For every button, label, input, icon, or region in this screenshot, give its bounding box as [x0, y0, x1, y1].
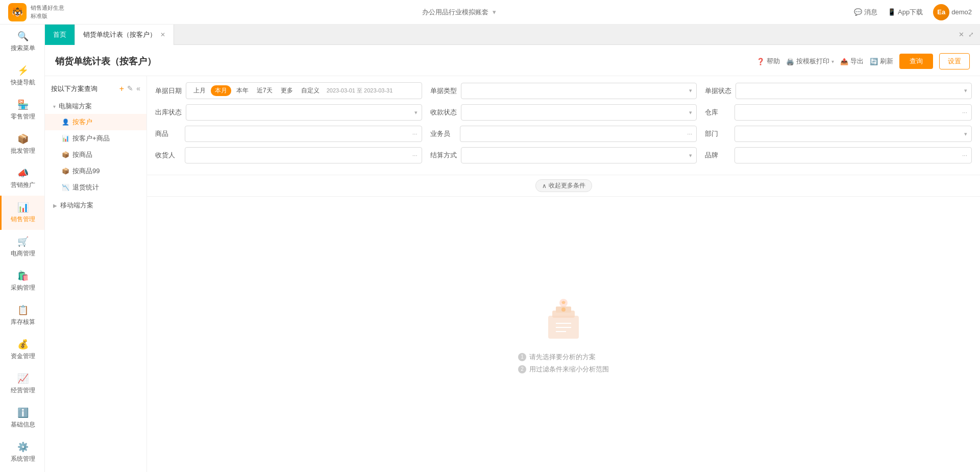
right-panel: 单据日期 上月 本月 本年 近7天 更多 自定义	[147, 76, 980, 472]
scheme-item-by-customer-goods[interactable]: 📊 按客户+商品	[45, 130, 146, 147]
scheme-add-button[interactable]: +	[119, 84, 124, 93]
purchase-icon: 🛍️	[17, 270, 29, 281]
doc-type-label: 单据类型	[430, 86, 457, 96]
export-button[interactable]: 📤 导出	[840, 57, 864, 66]
sidebar-item-inventory[interactable]: 📋 库存核算	[0, 298, 44, 333]
filter-row-3: 商品 ··· 业务员 ···	[155, 126, 972, 142]
print-chevron-icon: ▾	[831, 59, 834, 64]
scheme-item-by-customer[interactable]: 👤 按客户	[45, 114, 146, 130]
scheme-group-mobile-title[interactable]: ▶ 移动端方案	[45, 198, 146, 213]
refresh-icon: 🔄	[870, 58, 878, 65]
tab-close-all-icon[interactable]: ✕	[959, 31, 964, 38]
sidebar-item-enterprise[interactable]: 🤝 企业协同	[0, 469, 44, 472]
logo-icon: 🐯	[8, 3, 27, 21]
date-tab-this-year[interactable]: 本年	[233, 85, 252, 96]
refresh-button[interactable]: 🔄 刷新	[870, 57, 893, 66]
dept-select[interactable]: ▾	[734, 126, 972, 142]
doc-status-select[interactable]: ▾	[736, 83, 972, 99]
sidebar-item-purchase[interactable]: 🛍️ 采购管理	[0, 264, 44, 298]
dept-chevron-icon: ▾	[964, 131, 967, 137]
date-tab-this-month[interactable]: 本月	[211, 85, 231, 96]
settle-method-select[interactable]: ▾	[461, 147, 697, 163]
receiver-input[interactable]: ···	[185, 147, 422, 163]
tab-sales-stat[interactable]: 销货单统计表（按客户） ✕	[75, 25, 174, 45]
sidebar-item-sales[interactable]: 📊 销售管理	[0, 196, 44, 230]
filter-item-salesman: 业务员 ···	[430, 126, 697, 142]
goods-input[interactable]: ···	[185, 126, 422, 142]
scheme-item-return-stats[interactable]: 📉 退货统计	[45, 179, 146, 196]
finance-icon: 💰	[17, 339, 29, 350]
date-tab-more[interactable]: 更多	[278, 85, 296, 96]
header-center[interactable]: 办公用品行业模拟账套 ▾	[422, 8, 496, 17]
collect-status-select[interactable]: ▾	[461, 104, 697, 121]
page-title: 销货单统计表（按客户）	[55, 55, 156, 67]
brand-label: 品牌	[705, 151, 730, 160]
scheme-collapse-button[interactable]: «	[136, 84, 140, 93]
tab-home[interactable]: 首页	[45, 25, 75, 45]
date-tab-7days[interactable]: 近7天	[254, 85, 276, 96]
date-tab-custom[interactable]: 自定义	[298, 85, 323, 96]
sidebar-item-system[interactable]: ⚙️ 系统管理	[0, 435, 44, 469]
sidebar-item-wholesale[interactable]: 📦 批发管理	[0, 127, 44, 161]
page-header-actions: ❓ 帮助 🖨️ 按模板打印 ▾ 📤 导出 🔄 刷新	[756, 53, 970, 69]
salesman-input[interactable]: ···	[460, 126, 697, 142]
date-tab-last-month[interactable]: 上月	[190, 85, 209, 96]
filter-row-1: 单据日期 上月 本月 本年 近7天 更多 自定义	[155, 82, 972, 99]
scheme-item-by-goods[interactable]: 📦 按商品	[45, 147, 146, 163]
sidebar-item-operation[interactable]: 📈 经营管理	[0, 367, 44, 401]
operation-icon: 📈	[17, 373, 29, 384]
date-control[interactable]: 上月 本月 本年 近7天 更多 自定义 2023-03-01 至 2023-03…	[186, 82, 422, 99]
scheme-item-customer-icon: 👤	[61, 118, 69, 126]
sidebar-item-search[interactable]: 🔍 搜索菜单	[0, 25, 44, 59]
tab-close-icon[interactable]: ✕	[160, 31, 165, 38]
logo-area: 🐯 销售通好生意 标准版	[8, 3, 64, 21]
filter-row-2: 出库状态 ▾ 收款状态 ▾	[155, 104, 972, 121]
scheme-item-customer-goods-icon: 📊	[61, 134, 69, 143]
warehouse-label: 仓库	[705, 108, 730, 117]
content-area: 首页 销货单统计表（按客户） ✕ ✕ ⤢ 销货单统计表（按客户） ❓ 帮助	[45, 25, 980, 472]
messages-button[interactable]: 💬 消息	[854, 8, 877, 17]
scheme-item-by-goods-99[interactable]: 📦 按商品99	[45, 163, 146, 179]
system-icon: ⚙️	[17, 441, 29, 453]
filter-item-collect-status: 收款状态 ▾	[430, 104, 697, 121]
dept-label: 部门	[705, 129, 730, 138]
app-download-button[interactable]: 📱 App下载	[888, 8, 923, 17]
doc-status-label: 单据状态	[705, 86, 731, 96]
sidebar-item-retail[interactable]: 🏪 零售管理	[0, 93, 44, 127]
filter-item-dept: 部门 ▾	[705, 126, 972, 142]
sidebar-item-quick-nav[interactable]: ⚡ 快捷导航	[0, 59, 44, 93]
out-status-select[interactable]: ▾	[186, 104, 422, 121]
scheme-edit-button[interactable]: ✎	[127, 84, 133, 93]
date-range: 2023-03-01 至 2023-03-31	[327, 87, 393, 95]
scheme-item-goods-icon: 📦	[61, 151, 69, 159]
sidebar-item-basic-info[interactable]: ℹ️ 基础信息	[0, 401, 44, 435]
sidebar-item-marketing[interactable]: 📣 营销推广	[0, 161, 44, 196]
collapse-button[interactable]: ∧ 收起更多条件	[535, 179, 592, 192]
empty-tip-2: 2 用过滤条件来缩小分析范围	[518, 365, 609, 374]
scheme-group-desktop: ▾ 电脑端方案 👤 按客户 📊 按客户+商品 📦	[45, 98, 146, 197]
help-button[interactable]: ❓ 帮助	[756, 57, 780, 66]
filter-section: 按以下方案查询 + ✎ « ▾ 电脑端方案	[45, 76, 980, 472]
sidebar-item-ecommerce[interactable]: 🛒 电商管理	[0, 230, 44, 264]
date-tabs: 上月 本月 本年 近7天 更多 自定义 2023-03-01 至 2023-03…	[190, 85, 393, 96]
query-button[interactable]: 查询	[899, 54, 933, 69]
doc-type-select[interactable]: ▾	[461, 83, 697, 99]
print-button[interactable]: 🖨️ 按模板打印 ▾	[786, 57, 834, 66]
user-menu[interactable]: Ea demo2	[933, 4, 972, 20]
warehouse-input[interactable]: ···	[734, 104, 972, 121]
retail-icon: 🏪	[17, 99, 29, 110]
sidebar: 🔍 搜索菜单 ⚡ 快捷导航 🏪 零售管理 📦 批发管理 📣 营销推广 📊 销售管…	[0, 25, 45, 472]
print-icon: 🖨️	[786, 58, 794, 65]
sidebar-item-finance[interactable]: 💰 资金管理	[0, 333, 44, 367]
tab-maximize-icon[interactable]: ⤢	[968, 31, 974, 38]
settings-button[interactable]: 设置	[939, 53, 970, 69]
collapse-up-icon: ∧	[542, 182, 547, 190]
help-icon: ❓	[756, 58, 765, 65]
scheme-header-actions: + ✎ «	[119, 84, 140, 93]
empty-illustration	[538, 295, 589, 346]
basic-info-icon: ℹ️	[17, 407, 29, 418]
ecommerce-icon: 🛒	[17, 236, 29, 247]
scheme-group-desktop-title[interactable]: ▾ 电脑端方案	[45, 99, 146, 114]
filter-item-out-status: 出库状态 ▾	[155, 104, 422, 121]
brand-input[interactable]: ···	[734, 147, 972, 163]
